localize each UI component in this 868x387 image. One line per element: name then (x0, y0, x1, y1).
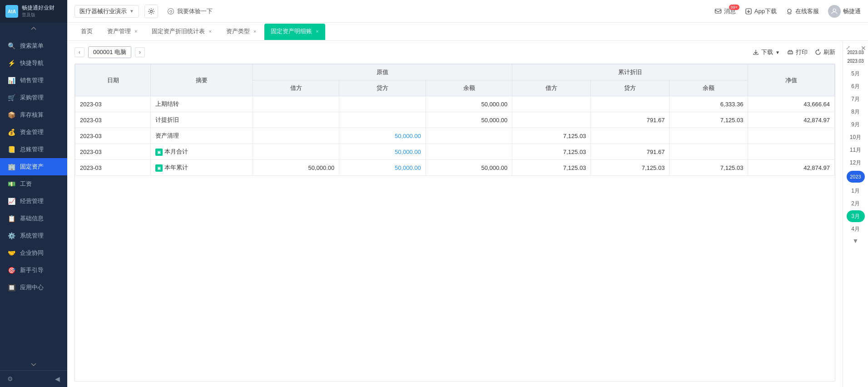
settings-icon[interactable]: ⚙ (7, 375, 13, 382)
asset-next-button[interactable]: › (135, 47, 145, 57)
customer-service-label: 在线客服 (795, 7, 819, 15)
asset-prev-button[interactable]: ‹ (74, 47, 84, 57)
app-download-button[interactable]: App下载 (745, 7, 777, 15)
sidebar-item-sales[interactable]: 📊 销售管理 (0, 72, 67, 89)
download-arrow-icon: ▼ (775, 50, 780, 55)
table-section: ‹ 000001 电脑 › 下载 ▼ (67, 41, 843, 387)
sidebar-item-label-inventory: 库存核算 (20, 111, 44, 119)
cell-acc-balance: 7,125.03 (670, 112, 748, 128)
sidebar-item-label-appcenter: 应用中心 (20, 283, 44, 292)
refresh-button[interactable]: 刷新 (815, 48, 835, 56)
cell-orig-debit: 50,000.00 (253, 160, 339, 176)
experience-label: 我要体验一下 (177, 7, 213, 15)
sidebar-item-purchase[interactable]: 🛒 采购管理 (0, 89, 67, 106)
tab-asset-detail-close[interactable]: × (316, 29, 318, 34)
sidebar-item-operations[interactable]: 📈 经营管理 (0, 193, 67, 210)
timeline-month-2[interactable]: 2月 (847, 198, 865, 209)
timeline-month-7[interactable]: 7月 (847, 93, 865, 105)
tab-asset-type-close[interactable]: × (253, 29, 256, 34)
timeline-expand-button[interactable]: ⤢ (846, 45, 850, 51)
tabbar: 首页 资产管理 × 固定资产折旧统计表 × 资产类型 × 固定资产明细账 × (67, 23, 868, 41)
svg-point-2 (170, 13, 171, 14)
svg-point-0 (150, 10, 152, 12)
tab-depreciation-stats-close[interactable]: × (208, 29, 211, 34)
settings-button[interactable] (144, 5, 158, 18)
cell-orig-credit[interactable]: 50,000.00 (339, 144, 426, 160)
timeline-month-1[interactable]: 1月 (847, 185, 865, 197)
timeline-month-5[interactable]: 5月 (847, 68, 865, 79)
tab-asset-type[interactable]: 资产类型 × (220, 24, 263, 40)
cell-orig-balance: 50,000.00 (426, 160, 512, 176)
tab-depreciation-stats-label: 固定资产折旧统计表 (152, 27, 205, 35)
tab-asset-mgmt-close[interactable]: × (134, 29, 137, 34)
cell-orig-debit (253, 144, 339, 160)
cell-orig-debit (253, 128, 339, 144)
purchase-icon: 🛒 (7, 94, 15, 102)
sidebar-item-appcenter[interactable]: 🔲 应用中心 (0, 279, 67, 296)
download-button[interactable]: 下载 ▼ (753, 48, 780, 56)
tab-asset-mgmt[interactable]: 资产管理 × (101, 24, 144, 40)
sidebar-item-system[interactable]: ⚙️ 系统管理 (0, 227, 67, 244)
tab-home[interactable]: 首页 (74, 24, 99, 40)
messages-button[interactable]: 消息 99+ (714, 7, 736, 15)
sidebar-item-inventory[interactable]: 📦 库存核算 (0, 106, 67, 124)
table-row[interactable]: 2023-03 ▣本月合计 50,000.00 7,125.03 791.67 (75, 144, 835, 160)
sidebar-item-guide[interactable]: 🎯 新手引导 (0, 262, 67, 279)
table-row[interactable]: 2023-03 计提折旧 50,000.00 791.67 7,125.03 4… (75, 112, 835, 128)
sidebar-scroll-up[interactable] (0, 23, 67, 34)
table-row[interactable]: 2023-03 资产清理 50,000.00 7,125.03 (75, 128, 835, 144)
user-menu[interactable]: 畅捷通 (828, 5, 861, 18)
cell-acc-debit (512, 96, 591, 112)
sidebar-item-fixedassets[interactable]: 🏢 固定资产 (0, 158, 67, 175)
customer-service-button[interactable]: 在线客服 (786, 7, 819, 15)
collapse-icon[interactable]: ◀ (55, 375, 60, 382)
sidebar-scroll-down[interactable] (0, 359, 67, 370)
tab-home-label: 首页 (81, 27, 93, 35)
search-icon: 🔍 (7, 42, 15, 50)
print-button[interactable]: 打印 (787, 48, 808, 56)
subtotal-icon: ▣ (155, 164, 163, 172)
timeline-month-3[interactable]: 3月 (847, 210, 865, 222)
tab-asset-detail[interactable]: 固定资产明细账 × (264, 24, 325, 40)
cell-net-value (748, 128, 835, 144)
cell-orig-credit[interactable]: 50,000.00 (339, 128, 426, 144)
sidebar-item-basics[interactable]: 📋 基础信息 (0, 210, 67, 227)
system-icon: ⚙️ (7, 232, 15, 240)
experience-button[interactable]: 我要体验一下 (167, 7, 213, 15)
company-selector[interactable]: 医疗器械行业演示 ▼ (74, 5, 139, 18)
col-summary: 摘要 (151, 64, 253, 96)
sidebar-item-label-system: 系统管理 (20, 232, 44, 240)
col-date: 日期 (75, 64, 151, 96)
content-area: ‹ 000001 电脑 › 下载 ▼ (67, 41, 868, 387)
cell-orig-credit (339, 112, 426, 128)
timeline-month-12[interactable]: 12月 (847, 157, 865, 169)
tab-depreciation-stats[interactable]: 固定资产折旧统计表 × (145, 24, 218, 40)
timeline-month-9[interactable]: 9月 (847, 119, 865, 130)
timeline-year-2023[interactable]: 2023 (847, 171, 865, 183)
sidebar-item-quicknav[interactable]: ⚡ 快捷导航 (0, 55, 67, 72)
appcenter-icon: 🔲 (7, 283, 15, 292)
cell-date: 2023-03 (75, 128, 151, 144)
table-row[interactable]: 2023-03 ▣本年累计 50,000.00 50,000.00 50,000… (75, 160, 835, 176)
timeline-month-8[interactable]: 8月 (847, 106, 865, 118)
timeline-scroll-down[interactable]: ▼ (853, 237, 859, 244)
timeline-month-10[interactable]: 10月 (847, 131, 865, 143)
timeline-month-4[interactable]: 4月 (847, 223, 865, 235)
cell-orig-credit[interactable]: 50,000.00 (339, 160, 426, 176)
cell-acc-credit (591, 128, 670, 144)
sidebar-app-name: 畅捷通好业财 (22, 5, 55, 12)
sidebar-app-info: 畅捷通好业财 普及版 (22, 5, 55, 18)
sidebar-item-ledger[interactable]: 📒 总账管理 (0, 141, 67, 158)
sidebar-item-payroll[interactable]: 💵 工资 (0, 175, 67, 193)
sidebar-item-funds[interactable]: 💰 资金管理 (0, 124, 67, 141)
table-row[interactable]: 2023-03 上期结转 50,000.00 6,333.36 43,666.6… (75, 96, 835, 112)
sidebar-item-label-quicknav: 快捷导航 (20, 59, 44, 67)
timeline-month-11[interactable]: 11月 (847, 144, 865, 156)
cell-date: 2023-03 (75, 112, 151, 128)
timeline-close-button[interactable]: ✕ (861, 45, 866, 52)
sidebar-item-search[interactable]: 🔍 搜索菜单 (0, 37, 67, 55)
sidebar-item-enterprise[interactable]: 🤝 企业协同 (0, 244, 67, 262)
timeline-month-6[interactable]: 6月 (847, 80, 865, 92)
sidebar-header: AtA 畅捷通好业财 普及版 (0, 0, 67, 23)
cell-net-value (748, 144, 835, 160)
